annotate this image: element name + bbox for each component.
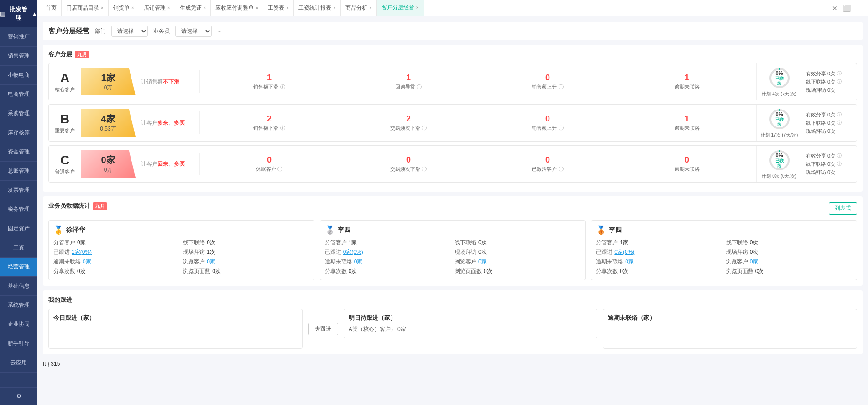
staff-header-0: 🥇 徐泽华 [53, 225, 309, 235]
sidebar-item-label: 系统管理 [8, 302, 30, 308]
tab-salary-report[interactable]: 工资统计报表 × [294, 0, 341, 16]
stat-a-3[interactable]: 0 销售额上升 ⓘ [478, 70, 617, 93]
close-icon[interactable]: × [167, 5, 170, 11]
staff-stat-link[interactable]: 1家(0%) [72, 248, 92, 256]
stat-b-2[interactable]: 2 交易频次下滑 ⓘ [339, 111, 478, 134]
staff-stat-key: 浏览页面数 [183, 268, 210, 275]
staff-stat-row-0-1: 线下联络 0次 [183, 239, 309, 247]
circle-stat-c: 0% 已联络 计划 0次 (0天/次) [756, 146, 802, 182]
tab-minimize-button[interactable]: — [854, 4, 864, 13]
staff-stat-key: 现场拜访 [183, 248, 205, 256]
sidebar-item-fixed-assets[interactable]: 固定资产 [0, 219, 37, 238]
sidebar-item-purchase[interactable]: 采购管理 [0, 104, 37, 123]
staff-stats-0: 分管客户 0家 线下联络 0次 已跟进 1家(0%) 现场拜访 [53, 239, 309, 275]
staff-stat-link[interactable]: 0家 [478, 258, 487, 266]
sidebar-item-invoice[interactable]: 发票管理 [0, 181, 37, 200]
close-icon[interactable]: × [286, 5, 289, 11]
stat-a-4[interactable]: 1 逾期未联络 [617, 70, 756, 93]
close-icon[interactable]: × [101, 5, 104, 11]
circle-plan-b: 计划 17次 (7天/次) [761, 132, 798, 138]
sidebar-item-newbie[interactable]: 新手引导 [0, 334, 37, 353]
staff-stat-key: 现场拜访 [455, 248, 476, 256]
staff-stat-link[interactable]: 0家(0%) [343, 248, 363, 256]
sidebar-item-cloud[interactable]: 云应用 [0, 353, 37, 373]
info-icon: ⓘ [280, 125, 285, 131]
list-view-button[interactable]: 列表式 [829, 202, 857, 215]
stat-c-2[interactable]: 0 交易频次下滑 ⓘ [339, 153, 478, 175]
staff-card-0: 🥇 徐泽华 分管客户 0家 线下联络 0次 已跟进 [48, 220, 314, 280]
staff-stat-link[interactable]: 0家 [207, 258, 215, 266]
staff-stat-key: 浏览客户 [183, 258, 205, 266]
tab-close-all-button[interactable]: ✕ [830, 4, 839, 13]
close-icon[interactable]: × [416, 5, 419, 10]
tab-product-analysis[interactable]: 商品分析 × [341, 0, 377, 16]
staff-section-header: 业务员数据统计 九月 列表式 [48, 202, 857, 215]
staff-stat-link[interactable]: 0家 [750, 258, 758, 266]
tier-count-amount-a: 0万 [104, 84, 113, 92]
tab-voucher[interactable]: 生成凭证 × [175, 0, 211, 16]
tab-salary[interactable]: 工资表 × [263, 0, 294, 16]
tab-store-mgmt[interactable]: 店铺管理 × [139, 0, 175, 16]
staff-stat-key: 分管客户 [325, 239, 347, 247]
info-icon: ⓘ [837, 120, 842, 126]
tab-home[interactable]: 首页 [41, 0, 62, 16]
sidebar-item-system[interactable]: 系统管理 [0, 296, 37, 315]
stat-b-1[interactable]: 2 销售额下滑 ⓘ [199, 111, 339, 134]
staff-stat-row-0-4: 逾期未联络 0家 [53, 258, 179, 266]
staff-header-1: 🥈 李四 [325, 225, 581, 235]
sidebar-item-enterprise[interactable]: 企业协同 [0, 315, 37, 334]
stat-b-3[interactable]: 0 销售额上升 ⓘ [478, 111, 617, 134]
tab-restore-button[interactable]: ⬜ [841, 4, 852, 13]
staff-medal-1: 🥈 [325, 225, 335, 235]
tab-receivable[interactable]: 应收应付调整单 × [211, 0, 263, 16]
sidebar-item-ecommerce[interactable]: 电商管理 [0, 85, 37, 104]
stat-c-3[interactable]: 0 已激活客户 ⓘ [478, 153, 617, 175]
sidebar-item-operations[interactable]: 经营管理 [0, 258, 37, 277]
staff-select[interactable]: 请选择 [175, 26, 212, 37]
sidebar-item-label: 采购管理 [8, 110, 30, 116]
tab-bar: 首页 门店商品目录 × 销货单 × 店铺管理 × 生成凭证 × 应收应付调整单 … [37, 0, 868, 16]
staff-stat-link[interactable]: 0家 [354, 258, 363, 266]
sidebar-item-finance[interactable]: 资金管理 [0, 142, 37, 162]
sidebar-item-marketing[interactable]: 营销推广 [0, 27, 37, 47]
staff-medal-0: 🥇 [53, 225, 63, 235]
tab-home-label: 首页 [46, 4, 57, 12]
sidebar-top-label: 批发管理 [7, 5, 30, 22]
stat-a-2[interactable]: 1 回购异常 ⓘ [339, 70, 478, 93]
circle-sub-a: 已联络 [774, 76, 785, 86]
sidebar-item-sales[interactable]: 销售管理 [0, 47, 37, 66]
close-icon[interactable]: × [256, 5, 258, 11]
close-icon[interactable]: × [204, 5, 206, 11]
stat-label-b-2: 交易频次下滑 ⓘ [341, 125, 476, 131]
tab-sales-order[interactable]: 销货单 × [109, 0, 139, 16]
sidebar-settings-button[interactable]: ⚙ [0, 387, 37, 405]
right-stat-c-2: 线下联络 0次 ⓘ [806, 161, 853, 168]
sidebar-item-ledger[interactable]: 总账管理 [0, 162, 37, 181]
tab-store-products[interactable]: 门店商品目录 × [62, 0, 109, 16]
dept-select[interactable]: 请选择 [111, 26, 148, 37]
sidebar-item-ecommerce-small[interactable]: 小畅电商 [0, 66, 37, 85]
right-stat-b-2: 线下联络 0次 ⓘ [806, 120, 853, 126]
sidebar-item-label: 经营管理 [8, 263, 30, 270]
sidebar-item-hr[interactable]: 工资 [0, 238, 37, 258]
stat-a-1[interactable]: 1 销售额下滑 ⓘ [199, 70, 339, 93]
filter-more-icon[interactable]: ··· [217, 28, 222, 34]
stat-c-1[interactable]: 0 休眠客户 ⓘ [199, 153, 339, 175]
staff-title-text: 业务员数据统计 [48, 202, 90, 210]
goto-followup-button[interactable]: 去跟进 [308, 323, 338, 335]
close-icon[interactable]: × [131, 5, 134, 11]
close-icon[interactable]: × [369, 5, 372, 11]
sidebar-item-tax[interactable]: 税务管理 [0, 200, 37, 219]
staff-stat-link[interactable]: 0家(0%) [614, 248, 634, 256]
tab-customer-tier[interactable]: 客户分层经营 × [377, 0, 424, 16]
stat-c-4[interactable]: 0 逾期未联络 [617, 153, 756, 175]
stat-num-a-3: 0 [480, 73, 615, 83]
sidebar-item-inventory[interactable]: 库存核算 [0, 123, 37, 142]
sidebar-item-basic-info[interactable]: 基础信息 [0, 277, 37, 296]
staff-stat-link[interactable]: 0家 [625, 258, 634, 266]
close-icon[interactable]: × [333, 5, 336, 11]
stat-b-4[interactable]: 1 逾期未联络 [617, 111, 756, 134]
staff-stat-link[interactable]: 0家 [83, 258, 91, 266]
tab-actions: ✕ ⬜ — [830, 4, 864, 13]
sidebar-top-item[interactable]: ▤ 批发管理 ▲ [0, 0, 37, 27]
